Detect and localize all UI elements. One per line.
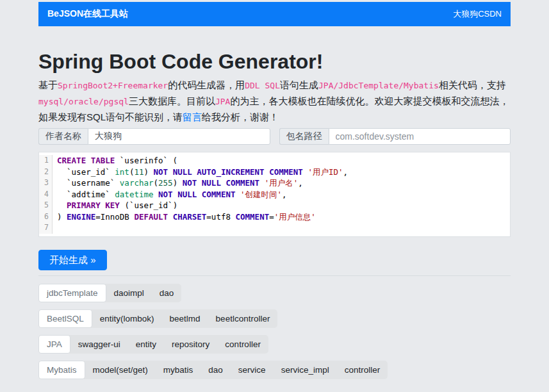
description-text: 三大数据库。目前以 <box>129 95 215 106</box>
template-group-mybatis: Mybatismodel(set/get)mybatisdaoservicese… <box>38 361 388 379</box>
editor-line: 2 `user_id` int(11) NOT NULL AUTO_INCREM… <box>39 167 510 178</box>
description-text: 给我分析，谢谢！ <box>202 111 279 122</box>
editor-line: 5 PRIMARY KEY (`user_id`) <box>39 200 510 211</box>
template-group-jdbctemplate: jdbcTemplatedaoimpldao <box>38 284 181 302</box>
code-line <box>53 222 57 234</box>
hero-description: 基于SpringBoot2+Freemarker的代码生成器，用DDL SQL语… <box>38 78 511 125</box>
author-label: 作者名称 <box>38 128 88 145</box>
sql-editor[interactable]: 1CREATE TABLE `userinfo` (2 `user_id` in… <box>38 152 511 237</box>
code-line: PRIMARY KEY (`user_id`) <box>53 200 177 211</box>
template-item[interactable]: beetlmd <box>162 309 208 328</box>
template-item[interactable]: dao <box>201 361 231 379</box>
editor-line: 1CREATE TABLE `userinfo` ( <box>39 155 510 167</box>
template-item[interactable]: repository <box>164 335 217 354</box>
line-number: 7 <box>39 222 53 234</box>
template-groups-section: jdbcTemplatedaoimpldaoBeetlSQLentity(lom… <box>38 284 511 386</box>
template-item[interactable]: controller <box>337 361 388 379</box>
template-group-label[interactable]: BeetlSQL <box>38 309 92 328</box>
template-group-beetlsql: BeetlSQLentity(lombok)beetlmdbeetlcontro… <box>38 309 277 328</box>
generate-button[interactable]: 开始生成 » <box>38 250 107 270</box>
editor-line: 7 <box>39 222 510 234</box>
code-line: ) ENGINE=InnoDB DEFAULT CHARSET=utf8 COM… <box>53 211 316 223</box>
feedback-link[interactable]: 留言 <box>183 111 202 122</box>
description-text: 语句生成 <box>280 79 318 90</box>
template-item[interactable]: controller <box>217 335 268 354</box>
template-item[interactable]: swagger-ui <box>70 335 128 354</box>
line-number: 6 <box>39 211 53 223</box>
template-item[interactable]: model(set/get) <box>85 361 156 379</box>
template-item[interactable]: entity <box>128 335 164 354</box>
inline-code: mysql/oracle/pgsql <box>38 97 129 106</box>
code-line: `user_id` int(11) NOT NULL AUTO_INCREMEN… <box>53 167 348 178</box>
template-group-row: JPAswagger-uientityrepositorycontroller <box>38 335 511 361</box>
template-group-label[interactable]: Mybatis <box>38 361 85 379</box>
description-text: 的代码生成器，用 <box>168 79 245 90</box>
navbar: BeJSON在线工具站 大狼狗CSDN <box>38 2 511 26</box>
author-input[interactable] <box>88 128 270 145</box>
divider <box>38 275 511 276</box>
template-group-row: jdbcTemplatedaoimpldao <box>38 284 511 309</box>
template-group-label[interactable]: jdbcTemplate <box>38 284 106 302</box>
template-group-jpa: JPAswagger-uientityrepositorycontroller <box>38 335 268 354</box>
line-number: 5 <box>39 200 53 211</box>
navbar-brand-link[interactable]: BeJSON在线工具站 <box>47 8 128 20</box>
template-group-row: Mybatismodel(set/get)mybatisdaoservicese… <box>38 361 511 386</box>
template-item[interactable]: service_impl <box>274 361 337 379</box>
template-group-label[interactable]: JPA <box>38 335 70 354</box>
inline-code: JPA/JdbcTemplate/Mybatis <box>318 81 439 90</box>
package-input[interactable] <box>329 128 511 145</box>
description-text: 相关代码，支持 <box>439 79 506 90</box>
code-line: `addtime` datetime NOT NULL COMMENT '创建时… <box>53 189 287 200</box>
package-input-group: 包名路径 <box>279 128 511 145</box>
template-item[interactable]: beetlcontroller <box>208 309 278 328</box>
navbar-csdn-link[interactable]: 大狼狗CSDN <box>453 8 502 20</box>
description-text: 基于 <box>38 79 58 90</box>
page-container: BeJSON在线工具站 大狼狗CSDN Spring Boot Code Gen… <box>38 2 511 392</box>
editor-line: 6) ENGINE=InnoDB DEFAULT CHARSET=utf8 CO… <box>39 211 510 223</box>
template-item[interactable]: dao <box>152 284 182 302</box>
author-input-group: 作者名称 <box>38 128 270 145</box>
line-number: 4 <box>39 189 53 200</box>
package-label: 包名路径 <box>279 128 329 145</box>
inline-code: JPA <box>215 97 230 106</box>
inline-code: SpringBoot2+Freemarker <box>58 81 168 90</box>
editor-line: 3 `username` varchar(255) NOT NULL COMME… <box>39 177 510 189</box>
editor-line: 4 `addtime` datetime NOT NULL COMMENT '创… <box>39 189 510 200</box>
code-line: `username` varchar(255) NOT NULL COMMENT… <box>53 177 303 189</box>
inline-code: DDL SQL <box>245 81 280 90</box>
template-item[interactable]: daoimpl <box>106 284 152 302</box>
line-number: 1 <box>39 155 53 167</box>
template-item[interactable]: service <box>231 361 274 379</box>
settings-form: 作者名称 包名路径 <box>38 128 511 145</box>
line-number: 2 <box>39 167 53 178</box>
code-line: CREATE TABLE `userinfo` ( <box>53 155 177 167</box>
template-group-row: BeetlSQLentity(lombok)beetlmdbeetlcontro… <box>38 309 511 335</box>
line-number: 3 <box>39 177 53 189</box>
page-title: Spring Boot Code Generator! <box>38 49 511 74</box>
template-item[interactable]: entity(lombok) <box>92 309 162 328</box>
template-item[interactable]: mybatis <box>156 361 201 379</box>
